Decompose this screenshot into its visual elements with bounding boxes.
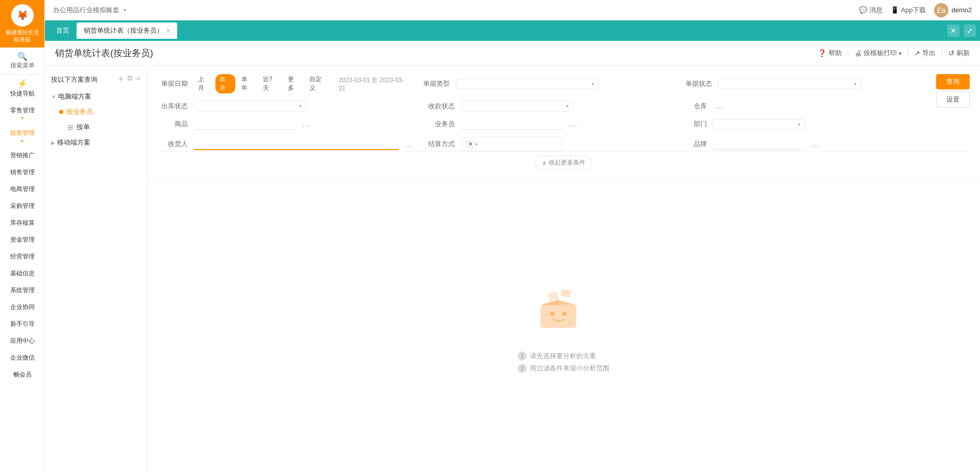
date-tab-more[interactable]: 更多 [284,74,303,93]
tab-actions: ✕ ⤢ [947,25,976,37]
sidebar-item-retail[interactable]: 零售管理 ▾ [0,102,44,125]
user-area[interactable]: Ea demo2 [934,3,972,17]
out-status-arrow-icon: ▾ [299,103,302,109]
app-download-button[interactable]: 📱 App下载 [891,6,926,15]
panel-header: 按以下方案查询 + ⚙ « [45,72,146,89]
inventory-label: 库存核算 [10,219,35,227]
date-tab-this-year[interactable]: 本年 [237,74,257,93]
filter-row-4: 收货人 ... 结算方式 × [157,137,932,151]
brand-dots[interactable]: ... [811,139,819,149]
date-tab-last-month[interactable]: 上月 [194,74,213,93]
window-close-button[interactable]: ✕ [947,25,960,37]
goods-dots[interactable]: ... [302,120,310,129]
sidebar-item-sales[interactable]: 销售管理 [0,164,44,181]
collapse-label: 收起更多条件 [549,158,585,167]
tip2-text: 用过滤条件来缩小分析范围 [530,364,609,373]
tab-home[interactable]: 首页 [49,22,77,39]
receiver-dots[interactable]: ... [405,139,413,149]
tree-node-by-salesperson[interactable]: 按业务员 [45,104,146,120]
sidebar-item-wholesale[interactable]: 批发管理 ▴ [0,125,44,147]
print-label: 按模板打印 [864,49,897,58]
tree-node-by-order[interactable]: ⊞ 按单 [45,120,146,135]
window-expand-button[interactable]: ⤢ [964,25,976,37]
date-tab-7days[interactable]: 近7天 [259,74,282,93]
workspace-title[interactable]: 办公用品行业模拟账套 [53,6,119,15]
filter-row-1: 单据日期 上月 本月 本年 近7天 更多 自定义 [157,74,932,93]
salesperson-label: 业务员 [419,120,455,129]
filter-fields: 单据日期 上月 本月 本年 近7天 更多 自定义 [157,74,932,151]
sidebar-item-quick-nav[interactable]: ⚡ 快捷导航 [0,75,44,102]
quick-nav-label: 快捷导航 [10,89,35,98]
search-menu-item[interactable]: 🔍 搜索菜单 [0,48,44,75]
order-status-select[interactable]: ▾ [718,79,861,89]
tree-node-pc[interactable]: ▼ 电脑端方案 [45,89,146,104]
brand-input[interactable] [713,138,805,150]
user-name: demo2 [951,6,972,14]
sidebar-item-corpwx[interactable]: 企业微信 [0,349,44,366]
tabbar: 首页 销货单统计表（按业务员） × ✕ ⤢ [45,20,980,41]
app-download-icon: 📱 [891,6,899,14]
sidebar-item-operations[interactable]: 经营管理 [0,248,44,265]
salesperson-input[interactable] [461,119,563,130]
order-type-select[interactable]: ▾ [456,79,599,89]
sidebar-item-purchase[interactable]: 采购管理 [0,198,44,215]
sidebar-item-corp[interactable]: 企业协同 [0,299,44,316]
goods-label: 商品 [157,120,188,129]
tab-close-icon[interactable]: × [166,27,170,34]
refresh-label: 刷新 [957,49,970,58]
sidebar: 🦊 畅捷通好生意 标准版 🔍 搜索菜单 ⚡ 快捷导航 零售管理 ▾ 批发管理 ▴… [0,0,45,472]
operations-label: 经营管理 [10,252,35,261]
sidebar-item-newbie[interactable]: 新手引导 [0,316,44,333]
out-status-control: ▾ [194,101,413,111]
collapse-panel-button[interactable]: « [136,74,140,85]
tab-sales-stats[interactable]: 销货单统计表（按业务员） × [77,22,177,39]
date-tab-custom[interactable]: 自定义 [305,74,331,93]
collapse-button[interactable]: ∧ 收起更多条件 [535,156,592,170]
refresh-button[interactable]: ↺ 刷新 [948,49,970,58]
page-header: 销货单统计表(按业务员) ❓ 帮助 🖨 按模板打印 ▾ ↗ 导出 [45,41,980,66]
sidebar-item-system[interactable]: 系统管理 [0,282,44,299]
tree-node-salesperson-label: 按业务员 [66,107,93,116]
order-type-control: ▾ [456,79,670,89]
goods-input[interactable] [194,119,296,130]
print-icon: 🖨 [854,49,862,57]
date-tab-this-month[interactable]: 本月 [215,74,235,93]
corpwx-label: 企业微信 [10,353,35,362]
sidebar-item-ecommerce[interactable]: 电商管理 [0,181,44,198]
export-button[interactable]: ↗ 导出 [914,49,936,58]
order-icon: ⊞ [67,123,74,131]
settlement-tag: × [465,139,475,149]
system-label: 系统管理 [10,286,35,295]
warehouse-control: ... [713,102,932,111]
payment-status-select[interactable]: ▾ [461,101,573,111]
salesperson-dots[interactable]: ... [569,120,577,129]
warehouse-dots[interactable]: ... [715,102,723,111]
sidebar-item-member[interactable]: 畅会员 [0,366,44,383]
tip1-text: 请先选择要分析的方案 [530,351,596,361]
tree-node-mobile[interactable]: ▶ 移动端方案 [45,135,146,150]
query-button[interactable]: 查询 [936,74,970,89]
sidebar-item-marketing[interactable]: 营销推广 [0,147,44,164]
settlement-tag-close[interactable]: × [469,140,472,148]
settings-scheme-button[interactable]: ⚙ [127,74,133,85]
purchase-label: 采购管理 [10,202,35,210]
dept-select[interactable]: ▾ [713,119,805,130]
receiver-input[interactable] [194,138,399,150]
sidebar-item-inventory[interactable]: 库存核算 [0,215,44,231]
sidebar-item-finance[interactable]: 资金管理 [0,231,44,248]
sidebar-item-appcenter[interactable]: 应用中心 [0,333,44,349]
topbar: 办公用品行业模拟账套 ▾ 💬 消息 📱 App下载 Ea demo2 [45,0,980,20]
settlement-select[interactable]: × ▾ [461,137,563,151]
page-actions: ❓ 帮助 🖨 按模板打印 ▾ ↗ 导出 ↺ 刷新 [818,49,970,58]
window-expand-icon: ⤢ [967,27,973,35]
message-button[interactable]: 💬 消息 [859,6,883,15]
settings-button[interactable]: 设置 [936,91,970,108]
app-download-label: App下载 [901,6,926,15]
add-scheme-button[interactable]: + [118,74,124,85]
out-status-select[interactable]: ▾ [194,101,306,111]
sidebar-item-basic[interactable]: 基础信息 [0,265,44,282]
print-button[interactable]: 🖨 按模板打印 ▾ [854,49,901,58]
workspace-dropdown-icon[interactable]: ▾ [124,7,126,13]
help-button[interactable]: ❓ 帮助 [818,49,842,58]
empty-tips: 1 请先选择要分析的方案 2 用过滤条件来缩小分析范围 [518,351,609,373]
